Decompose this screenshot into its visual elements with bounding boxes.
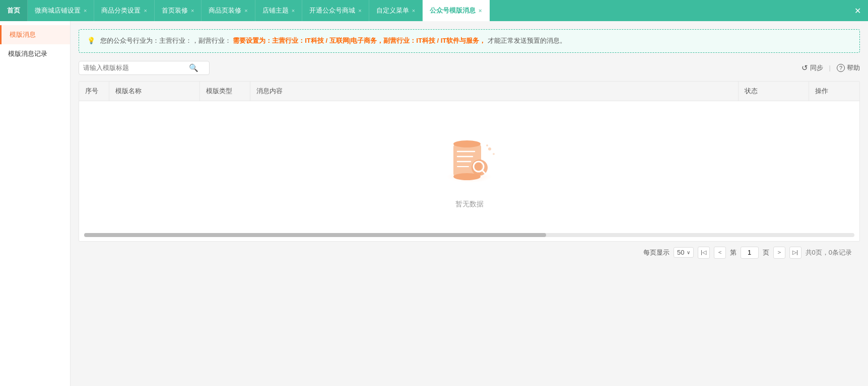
sync-icon: ↺ [802,63,808,72]
tab-close-icon-open-mall[interactable]: × [358,8,361,14]
tab-item-open-mall[interactable]: 开通公众号商城× [302,0,369,21]
tab-item-home[interactable]: 首页 [0,0,28,21]
tab-item-theme[interactable]: 店铺主题× [255,0,302,21]
next-page-button[interactable]: ＞ [773,247,785,259]
empty-illustration [439,131,500,192]
svg-point-12 [493,153,495,155]
search-icon[interactable]: 🔍 [189,63,198,72]
table-header: 序号 模版名称 模版类型 消息内容 状态 操作 [79,82,859,101]
col-header-status: 状态 [739,82,809,101]
empty-text: 暂无数据 [455,200,484,209]
tab-item-shop-setting[interactable]: 微商城店铺设置× [28,0,94,21]
sync-label: 同步 [810,63,823,72]
search-input-wrap: 🔍 [79,61,210,75]
pagination: 每页显示 50 ∨ |◁ ＜ 第 页 ＞ ▷| 共0页，0条记录 [79,242,860,264]
data-table: 序号 模版名称 模版类型 消息内容 状态 操作 [79,81,860,242]
help-icon: ? [837,64,845,72]
col-header-content: 消息内容 [250,82,739,101]
tab-close-icon-template-msg[interactable]: × [479,8,482,14]
first-page-button[interactable]: |◁ [698,247,710,259]
tab-label-open-mall: 开通公众号商城 [309,6,355,15]
notice-icon: 💡 [87,37,95,44]
empty-state: 暂无数据 [79,101,859,229]
tab-close-icon-shop-setting[interactable]: × [84,8,87,14]
tab-item-template-msg[interactable]: 公众号模版消息× [423,0,489,21]
tab-close-icon-category[interactable]: × [144,8,147,14]
sidebar: 模版消息模版消息记录 [0,21,71,386]
tab-label-home: 首页 [7,6,20,15]
svg-point-13 [486,144,488,146]
tab-label-home-decor: 首页装修 [162,6,188,15]
content-area: 💡 您的公众号行业为：主营行业：，副营行业： 需要设置为：主营行业：IT科技 /… [71,21,868,386]
tab-label-shop-setting: 微商城店铺设置 [35,6,81,15]
horizontal-scrollbar[interactable] [84,233,854,237]
notice-suffix: 才能正常发送预置的消息。 [488,37,566,44]
notice-highlight: 需要设置为：主营行业：IT科技 / 互联网|电子商务，副营行业：IT科技 / I… [233,37,486,44]
tab-label-product-decor: 商品页装修 [209,6,241,15]
tab-close-icon-theme[interactable]: × [292,8,295,14]
tab-bar: 首页微商城店铺设置×商品分类设置×首页装修×商品页装修×店铺主题×开通公众号商城… [0,0,868,21]
tab-close-icon-product-decor[interactable]: × [244,8,247,14]
tab-item-product-decor[interactable]: 商品页装修× [202,0,255,21]
page-label-pre: 第 [730,248,737,257]
tab-label-template-msg: 公众号模版消息 [430,6,476,15]
page-size-dropdown-icon: ∨ [687,250,690,255]
svg-point-11 [488,147,491,150]
tab-bar-close-button[interactable]: ✕ [847,0,868,21]
divider: | [829,64,831,71]
svg-point-2 [453,140,481,147]
page-size-value: 50 [677,249,684,256]
col-header-type: 模版类型 [200,82,250,101]
tab-item-category[interactable]: 商品分类设置× [94,0,154,21]
tab-close-icon-home-decor[interactable]: × [191,8,194,14]
tab-label-theme: 店铺主题 [262,6,289,15]
page-size-label: 每页显示 [643,248,670,257]
tab-item-custom-menu[interactable]: 自定义菜单× [369,0,423,21]
sidebar-item-template-msg[interactable]: 模版消息 [0,25,70,44]
sidebar-item-template-msg-log[interactable]: 模版消息记录 [0,44,70,63]
page-size-select[interactable]: 50 ∨ [674,247,693,258]
page-label-suf: 页 [763,248,769,257]
tab-label-category: 商品分类设置 [101,6,141,15]
tab-item-home-decor[interactable]: 首页装修× [155,0,202,21]
col-header-name: 模版名称 [109,82,200,101]
col-header-action: 操作 [809,82,859,101]
toolbar-right: ↺ 同步 | ? 帮助 [802,63,860,72]
scrollbar-thumb[interactable] [84,233,546,237]
help-label: 帮助 [847,63,860,72]
search-input[interactable] [83,64,189,71]
help-button[interactable]: ? 帮助 [837,63,860,72]
prev-page-button[interactable]: ＜ [714,247,726,259]
tab-close-icon-custom-menu[interactable]: × [412,8,415,14]
search-bar: 🔍 ↺ 同步 | ? 帮助 [79,61,860,75]
main-layout: 模版消息模版消息记录 💡 您的公众号行业为：主营行业：，副营行业： 需要设置为：… [0,21,868,386]
sync-button[interactable]: ↺ 同步 [802,63,823,72]
col-header-seq: 序号 [79,82,109,101]
notice-box: 💡 您的公众号行业为：主营行业：，副营行业： 需要设置为：主营行业：IT科技 /… [79,29,860,53]
last-page-button[interactable]: ▷| [789,247,802,259]
page-number-input[interactable] [741,247,759,259]
tab-label-custom-menu: 自定义菜单 [376,6,409,15]
total-label: 共0页，0条记录 [806,248,852,257]
notice-prefix: 您的公众号行业为：主营行业：，副营行业： [100,37,231,44]
